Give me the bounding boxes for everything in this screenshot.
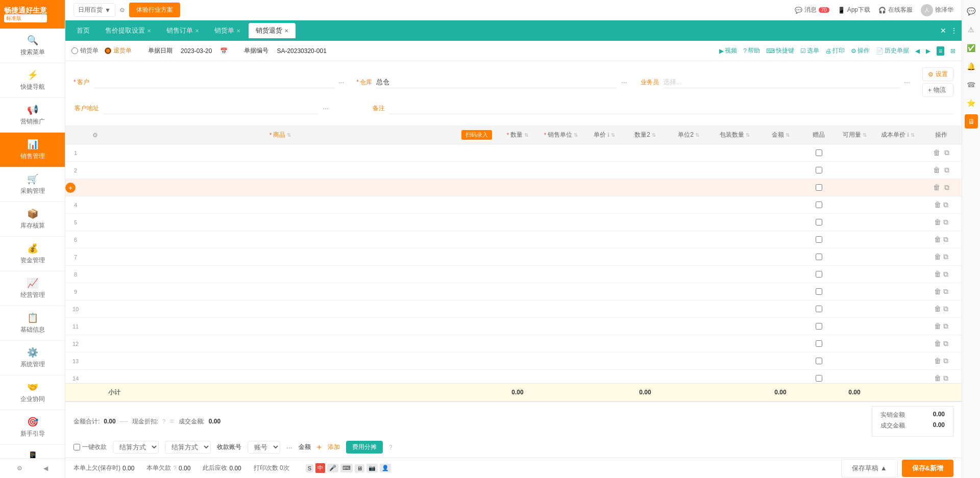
copy-icon[interactable]: ⧉: [943, 374, 948, 382]
right-sidebar-phone[interactable]: ☎: [964, 78, 978, 92]
delete-icon[interactable]: 🗑: [934, 287, 941, 295]
save-draft-button[interactable]: 保存草稿 ▲: [841, 459, 898, 477]
row-gift[interactable]: [803, 167, 834, 173]
delete-icon[interactable]: 🗑: [934, 235, 941, 243]
sort-icon[interactable]: ⇅: [652, 132, 656, 138]
sidebar-item-operation[interactable]: 📈 经营管理: [0, 271, 65, 306]
help-btn[interactable]: ? 帮助: [743, 46, 760, 55]
calc-select[interactable]: 结算方式: [165, 441, 211, 454]
keyboard-icon[interactable]: ⌨: [340, 464, 353, 472]
sort-icon[interactable]: ⇅: [746, 132, 750, 138]
one-click-checkbox[interactable]: [74, 444, 80, 450]
delete-icon[interactable]: 🗑: [934, 322, 941, 330]
gift-checkbox[interactable]: [816, 375, 822, 382]
message-item[interactable]: 💬 消息 70: [795, 6, 829, 14]
gift-checkbox[interactable]: [816, 236, 822, 243]
history-btn[interactable]: 📄 历史单据: [876, 46, 909, 55]
person-icon[interactable]: 👤: [380, 464, 391, 472]
one-click-label[interactable]: 一键收款: [74, 443, 107, 451]
tab-menu-icon[interactable]: ⋮: [950, 27, 958, 35]
gift-checkbox[interactable]: [816, 358, 822, 364]
right-sidebar-star[interactable]: ⭐: [964, 96, 978, 110]
tab-price-setting[interactable]: 售价提取设置 ✕: [98, 23, 158, 38]
debt-info-icon[interactable]: ?: [173, 465, 177, 472]
radio-return[interactable]: 退货单: [105, 46, 132, 55]
copy-icon[interactable]: ⧉: [943, 218, 948, 226]
tab-sales-delivery[interactable]: 销货单 ✕: [207, 23, 248, 38]
shortcut-btn[interactable]: ⌨ 快捷键: [766, 46, 794, 55]
delete-icon[interactable]: 🗑: [933, 148, 940, 157]
gift-checkbox[interactable]: [816, 184, 822, 191]
settlement-select[interactable]: 结算方式: [113, 441, 159, 454]
right-sidebar-warn[interactable]: ⚠: [965, 22, 977, 37]
sidebar-item-system[interactable]: ⚙️ 系统管理: [0, 341, 65, 375]
warehouse-ellipsis[interactable]: ···: [621, 78, 627, 86]
salesman-input[interactable]: [663, 76, 900, 88]
delete-icon[interactable]: 🗑: [934, 200, 941, 209]
right-sidebar-chat[interactable]: 💬: [964, 4, 978, 18]
price-info-icon[interactable]: ℹ: [607, 132, 609, 138]
row-gift[interactable]: [803, 149, 834, 156]
sort-icon[interactable]: ⇅: [524, 132, 528, 138]
sidebar-item-finance[interactable]: 💰 资金管理: [0, 237, 65, 271]
sort-icon[interactable]: ⇅: [695, 132, 699, 138]
sort-icon[interactable]: ⇅: [574, 132, 578, 138]
select-btn[interactable]: ☑ 选单: [800, 46, 819, 55]
s-icon[interactable]: S: [306, 464, 313, 472]
gift-checkbox[interactable]: [816, 306, 822, 312]
delete-icon[interactable]: 🗑: [934, 305, 941, 313]
experience-button[interactable]: 体验行业方案: [129, 3, 180, 17]
copy-icon[interactable]: ⧉: [944, 148, 949, 157]
gear-icon[interactable]: ⚙: [92, 132, 98, 139]
copy-icon[interactable]: ⧉: [943, 200, 948, 209]
save-new-button[interactable]: 保存&新增: [902, 460, 953, 477]
add-icon[interactable]: +: [317, 443, 322, 452]
gift-checkbox[interactable]: [816, 288, 822, 295]
gift-checkbox[interactable]: [816, 340, 822, 347]
delete-icon[interactable]: 🗑: [934, 253, 941, 261]
copy-icon[interactable]: ⧉: [943, 357, 948, 365]
gear-icon[interactable]: ⚙: [119, 7, 125, 14]
cost-info-icon[interactable]: ℹ: [907, 132, 909, 138]
radio-return-input[interactable]: [105, 47, 111, 54]
copy-icon[interactable]: ⧉: [943, 339, 948, 347]
scan-button[interactable]: 扫码录入: [461, 130, 492, 140]
fee-split-button[interactable]: 费用分摊: [346, 441, 383, 454]
copy-icon[interactable]: ⧉: [943, 270, 948, 278]
discount-info-icon[interactable]: ?: [162, 418, 165, 424]
logistics-button[interactable]: + 物流: [922, 83, 953, 97]
tab-sales-order[interactable]: 销售订单 ✕: [159, 23, 206, 38]
sidebar-item-sales[interactable]: 📊 销售管理: [0, 133, 65, 167]
user-item[interactable]: 人 徐泽华: [921, 4, 953, 16]
sidebar-collapse-icon[interactable]: ◀: [43, 465, 48, 472]
gift-checkbox[interactable]: [816, 149, 822, 156]
delete-icon[interactable]: 🗑: [934, 374, 941, 382]
row-product[interactable]: [104, 184, 456, 191]
tab-sales-return[interactable]: 销货退货 ✕: [249, 23, 296, 38]
tab-close-icon[interactable]: ✕: [284, 28, 288, 34]
online-service-item[interactable]: 🎧 在线客服: [878, 6, 913, 14]
salesman-ellipsis[interactable]: ···: [904, 78, 910, 86]
copy-icon[interactable]: ⧉: [944, 183, 949, 191]
sidebar-item-purchase[interactable]: 🛒 采购管理: [0, 167, 65, 202]
sort-icon[interactable]: ⇅: [287, 132, 291, 138]
warehouse-input[interactable]: [376, 76, 617, 88]
screen-icon[interactable]: 🖥: [355, 464, 364, 472]
account-ellipsis[interactable]: ···: [286, 443, 292, 451]
copy-icon[interactable]: ⧉: [943, 305, 948, 313]
photo-icon[interactable]: 📷: [366, 464, 378, 472]
delete-icon[interactable]: 🗑: [934, 357, 941, 365]
prev-icon[interactable]: ◀: [915, 47, 920, 55]
grid-view-icon[interactable]: ⊞: [950, 47, 955, 55]
customer-ellipsis[interactable]: ···: [338, 78, 345, 86]
tab-close-icon[interactable]: ✕: [147, 28, 151, 34]
gift-checkbox[interactable]: [816, 167, 822, 173]
address-input[interactable]: [103, 102, 318, 114]
copy-icon[interactable]: ⧉: [944, 166, 949, 174]
right-sidebar-screen[interactable]: 🖥: [965, 114, 978, 129]
customer-input[interactable]: [93, 76, 334, 88]
delete-icon[interactable]: 🗑: [934, 339, 941, 347]
tab-close-icon[interactable]: ✕: [236, 28, 240, 34]
mic-icon[interactable]: 🎤: [327, 464, 338, 472]
settings-button[interactable]: ⚙ 设置: [922, 67, 953, 81]
